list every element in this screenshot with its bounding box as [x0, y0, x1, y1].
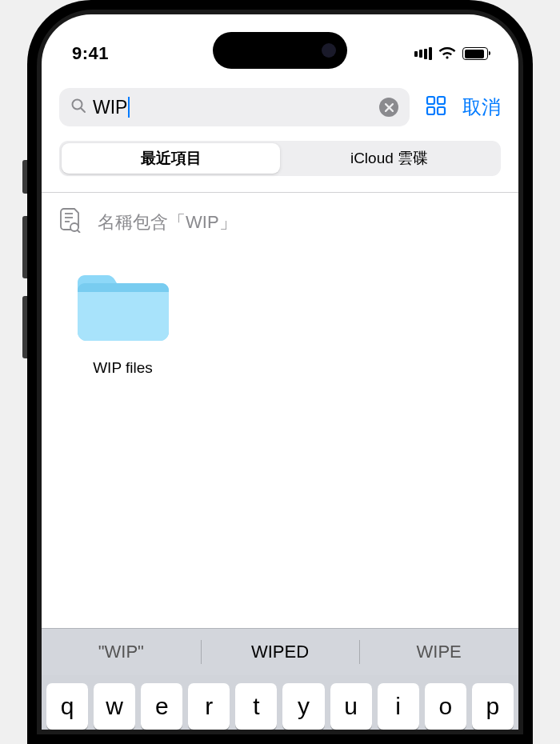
cellular-signal-icon	[413, 47, 432, 60]
suggestion-1[interactable]: "WIP"	[42, 629, 201, 675]
battery-icon	[462, 47, 488, 60]
text-cursor	[128, 97, 130, 118]
screen: 9:41	[42, 14, 518, 730]
file-search-icon	[59, 207, 82, 238]
scope-segmented-control: 最近項目 iCloud 雲碟	[59, 141, 501, 176]
suggestion-3[interactable]: WIPE	[359, 629, 518, 675]
key-y[interactable]: y	[282, 683, 324, 730]
segment-icloud-drive[interactable]: iCloud 雲碟	[280, 143, 498, 174]
phone-frame: 9:41	[27, 0, 533, 744]
folder-label: WIP files	[93, 359, 153, 377]
search-value: WIP	[93, 97, 127, 118]
status-time: 9:41	[72, 43, 109, 64]
key-p[interactable]: p	[472, 683, 514, 730]
search-input[interactable]: WIP	[59, 88, 410, 126]
svg-rect-2	[427, 97, 434, 104]
key-q[interactable]: q	[46, 683, 88, 730]
search-icon	[70, 98, 86, 117]
key-o[interactable]: o	[425, 683, 466, 730]
svg-rect-5	[438, 107, 445, 114]
dynamic-island	[213, 32, 347, 69]
folder-item[interactable]: WIP files	[61, 268, 185, 377]
key-i[interactable]: i	[378, 683, 419, 730]
wifi-icon	[438, 47, 456, 60]
cancel-button[interactable]: 取消	[462, 94, 501, 120]
view-mode-button[interactable]	[424, 94, 448, 121]
filter-row[interactable]: 名稱包含「WIP」	[42, 193, 518, 252]
svg-rect-3	[438, 97, 445, 104]
results-grid: WIP files	[42, 252, 518, 393]
svg-line-1	[81, 108, 85, 112]
key-r[interactable]: r	[188, 683, 230, 730]
suggestion-2[interactable]: WIPED	[201, 629, 360, 675]
clear-search-button[interactable]	[379, 98, 398, 117]
key-w[interactable]: w	[94, 683, 135, 730]
segment-recents[interactable]: 最近項目	[62, 143, 280, 174]
key-e[interactable]: e	[141, 683, 182, 730]
suggestion-bar: "WIP" WIPED WIPE	[42, 629, 518, 675]
filter-label: 名稱包含「WIP」	[98, 210, 237, 234]
keyboard: "WIP" WIPED WIPE q w e r t y u i o p	[42, 628, 518, 730]
svg-rect-4	[427, 107, 434, 114]
svg-line-10	[78, 230, 81, 234]
folder-icon	[71, 268, 175, 351]
keyboard-row-1: q w e r t y u i o p	[42, 675, 518, 730]
key-t[interactable]: t	[235, 683, 277, 730]
key-u[interactable]: u	[330, 683, 372, 730]
